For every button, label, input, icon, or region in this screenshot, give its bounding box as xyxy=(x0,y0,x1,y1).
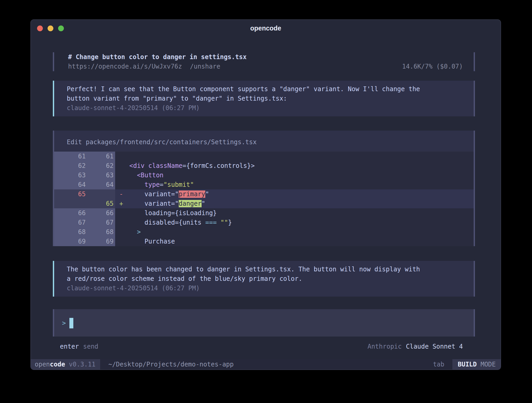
old-line-number: 62 xyxy=(54,161,87,170)
mode-name: BUILD xyxy=(458,361,477,368)
code-token: <Button xyxy=(137,172,163,179)
code-token: className xyxy=(148,162,182,169)
code-line: > xyxy=(129,227,474,237)
diff-row: 6464 type="submit" xyxy=(54,180,474,189)
code-token xyxy=(129,228,137,236)
diff-row: 6666 loading={isLoading} xyxy=(54,208,474,218)
session-title: # Change button color to danger in setti… xyxy=(53,52,475,62)
old-line-number: 64 xyxy=(54,180,87,189)
code-token: "" xyxy=(221,219,228,226)
diff-view: 61616262<div className={formCs.controls}… xyxy=(54,152,474,246)
code-line: <Button xyxy=(129,170,474,180)
new-line-number xyxy=(87,189,115,199)
hints-row: enter send Anthropic Claude Sonnet 4 xyxy=(53,342,475,351)
diff-marker xyxy=(115,161,129,170)
edit-file-title: Edit packages/frontend/src/containers/Se… xyxy=(53,131,475,147)
code-token: } xyxy=(228,219,232,226)
message-right-border xyxy=(474,81,475,116)
old-line-number: 69 xyxy=(54,237,87,246)
diff-row: 65+ variant="danger" xyxy=(54,199,474,208)
share-url[interactable]: https://opencode.ai/s/UwJxv76z xyxy=(68,62,182,71)
code-token: <div xyxy=(129,162,145,169)
text-cursor xyxy=(69,318,73,328)
code-line: loading={isLoading} xyxy=(129,208,474,218)
opencode-window: opencode # Change button color to danger… xyxy=(30,19,501,370)
diff-row: 6767 disabled={units === ""} xyxy=(54,218,474,227)
unshare-command[interactable]: /unshare xyxy=(190,62,220,71)
code-token: danger xyxy=(179,200,202,207)
header-left-border xyxy=(53,52,54,71)
session-header: # Change button color to danger in setti… xyxy=(53,52,475,71)
code-token: variant=" xyxy=(129,190,179,198)
mode-toggle-segment[interactable]: BUILD MODE xyxy=(452,359,501,370)
message-text: Perfect! I can see that the Button compo… xyxy=(67,84,463,103)
code-token: type xyxy=(145,181,160,188)
window-title: opencode xyxy=(31,24,501,32)
old-line-number: 63 xyxy=(54,170,87,180)
code-token: variant=" xyxy=(129,200,179,207)
prompt-input[interactable]: > xyxy=(53,309,475,337)
titlebar: opencode xyxy=(31,20,501,37)
code-token: loading={isLoading} xyxy=(129,209,217,217)
old-line-number xyxy=(54,199,87,208)
app-name-code: code xyxy=(50,361,65,368)
diff-marker xyxy=(115,208,129,218)
diff-marker: - xyxy=(115,189,129,199)
code-line: type="submit" xyxy=(129,180,474,189)
message-line: Perfect! I can see that the Button compo… xyxy=(67,84,463,94)
new-line-number: 69 xyxy=(87,237,115,246)
mode-label: MODE xyxy=(477,361,496,368)
old-line-number: 66 xyxy=(54,208,87,218)
status-bar: opencode v0.3.11 ~/Desktop/Projects/demo… xyxy=(31,359,501,370)
prompt-left-border xyxy=(53,309,54,337)
model-provider: Anthropic xyxy=(367,342,402,351)
code-line: disabled={units === ""} xyxy=(129,218,474,227)
new-line-number: 66 xyxy=(87,208,115,218)
app-name-open: open xyxy=(35,361,50,368)
diff-row: 6868 > xyxy=(54,227,474,237)
diff-marker xyxy=(115,218,129,227)
assistant-message-2: The button color has been changed to dan… xyxy=(53,261,475,297)
old-line-number: 65 xyxy=(54,189,87,199)
prompt-right-border xyxy=(474,309,475,337)
message-right-border xyxy=(474,261,475,297)
app-version-segment: opencode v0.3.11 xyxy=(31,359,100,370)
message-line: a red/rose color scheme instead of the b… xyxy=(67,274,463,283)
new-line-number: 61 xyxy=(87,152,115,161)
old-line-number: 68 xyxy=(54,227,87,237)
prompt-symbol: > xyxy=(62,319,66,327)
header-right-border xyxy=(474,52,475,71)
diff-row: 6969 Purchase xyxy=(54,237,474,246)
code-line: variant="primary" xyxy=(129,189,474,199)
code-token: > xyxy=(137,228,141,236)
message-text: The button color has been changed to dan… xyxy=(67,265,463,283)
diff-marker: + xyxy=(115,199,129,208)
edit-tool-block: Edit packages/frontend/src/containers/Se… xyxy=(53,131,475,246)
diff-row: 6363 <Button xyxy=(54,170,474,180)
code-token: primary xyxy=(179,190,205,198)
code-token: disabled={units xyxy=(129,219,205,226)
code-token: === xyxy=(205,219,217,226)
diff-marker xyxy=(115,227,129,237)
working-directory: ~/Desktop/Projects/demo-notes-app xyxy=(100,359,234,370)
diff-marker xyxy=(115,152,129,161)
code-token xyxy=(129,181,145,188)
code-token xyxy=(217,219,220,226)
diff-row: 65- variant="primary" xyxy=(54,189,474,199)
new-line-number: 68 xyxy=(87,227,115,237)
code-line: variant="danger" xyxy=(129,199,474,208)
new-line-number: 65 xyxy=(87,199,115,208)
diff-row: 6161 xyxy=(54,152,474,161)
token-usage: 14.6K/7% ($0.07) xyxy=(402,62,463,71)
code-line: Purchase xyxy=(129,237,474,246)
app-version: v0.3.11 xyxy=(65,361,96,368)
old-line-number: 61 xyxy=(54,152,87,161)
assistant-message-1: Perfect! I can see that the Button compo… xyxy=(53,81,475,116)
code-token xyxy=(129,172,137,179)
new-line-number: 64 xyxy=(87,180,115,189)
message-line: button variant from "primary" to "danger… xyxy=(67,94,463,103)
code-token: " xyxy=(202,200,205,207)
enter-key-hint: enter xyxy=(60,342,79,351)
diff-marker xyxy=(115,237,129,246)
code-token: "submit" xyxy=(163,181,194,188)
